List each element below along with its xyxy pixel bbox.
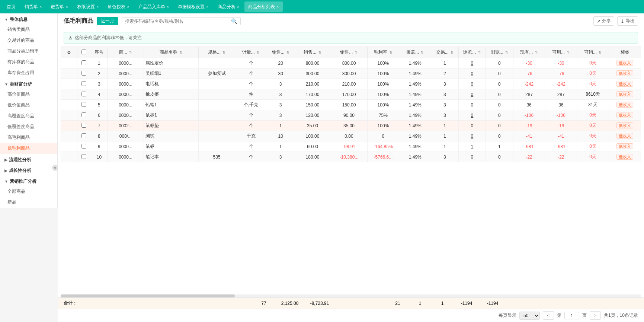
row-checkbox[interactable] — [81, 154, 86, 159]
filter-button[interactable]: 近一月 — [97, 17, 118, 25]
row-checkbox-cell[interactable] — [77, 89, 91, 100]
next-page-button[interactable]: ＞ — [590, 311, 601, 320]
search-input[interactable] — [125, 19, 231, 24]
row-checkbox-cell[interactable] — [77, 152, 91, 162]
export-icon: ⤓ — [621, 19, 624, 24]
col-sales-amount-header[interactable]: 销售... ⇅ — [331, 47, 367, 58]
sidebar-item-sales-goods[interactable]: 销售类商品 — [0, 24, 57, 35]
row-checkbox[interactable] — [81, 123, 86, 128]
sidebar-item-high-value[interactable]: 高价值商品 — [0, 89, 57, 100]
nav-home[interactable]: 首页 — [3, 1, 19, 12]
row-view1[interactable]: 0 — [458, 110, 486, 121]
nav-analysis-list[interactable]: 商品分析列表 × — [244, 1, 282, 12]
sidebar-group-liquidity-title[interactable]: ▶ 流通性分析 — [0, 154, 57, 165]
col-spec-header[interactable]: 规格... ⇅ — [199, 47, 235, 58]
horizontal-scrollbar[interactable] — [61, 294, 641, 297]
row-checkbox-cell[interactable] — [77, 121, 91, 131]
nav-role-close[interactable]: × — [127, 4, 129, 9]
share-button[interactable]: ↗ 分享 — [593, 16, 614, 26]
col-view1-header[interactable]: 浏览... ⇅ — [458, 47, 486, 58]
nav-product-close[interactable]: × — [167, 4, 169, 9]
nav-product[interactable]: 产品品入库单 × — [135, 1, 173, 12]
row-checkbox[interactable] — [81, 92, 86, 96]
sidebar-collapse-button[interactable]: « — [52, 165, 58, 171]
nav-purchase-close[interactable]: × — [65, 4, 68, 9]
row-view1[interactable]: 0 — [458, 152, 486, 162]
row-checkbox-cell[interactable] — [77, 100, 91, 110]
nav-template[interactable]: 单据模板设置 × — [174, 1, 212, 12]
nav-template-close[interactable]: × — [206, 4, 208, 9]
col-view2-header[interactable]: 浏览... ⇅ — [486, 47, 513, 58]
sidebar-item-low-coverage[interactable]: 低覆盖度商品 — [0, 121, 57, 132]
page-size-select[interactable]: 50 100 200 — [519, 312, 540, 320]
col-sales-price-header[interactable]: 销售... ⇅ — [294, 47, 331, 58]
row-checkbox-cell[interactable] — [77, 110, 91, 121]
col-sales-qty-header[interactable]: 销售... ⇅ — [267, 47, 294, 58]
row-checkbox-cell[interactable] — [77, 131, 91, 141]
sidebar-item-category-rate[interactable]: 商品分类助销率 — [0, 46, 57, 57]
col-check[interactable] — [77, 47, 91, 58]
select-all-checkbox[interactable] — [81, 50, 86, 54]
sidebar-item-stock-capital[interactable]: 库存资金占用 — [0, 67, 57, 78]
nav-sales-close[interactable]: × — [39, 4, 42, 9]
sidebar-item-low-margin[interactable]: 低毛利商品 — [0, 143, 57, 154]
sidebar-item-new-goods[interactable]: 新品 — [0, 197, 57, 208]
row-checkbox[interactable] — [81, 102, 86, 107]
sidebar-group-wealth-title[interactable]: ▼ 类财富分析 — [0, 78, 57, 89]
sidebar-item-high-margin[interactable]: 高毛利商品 — [0, 132, 57, 143]
col-gross-header[interactable]: 毛利率 ⇅ — [367, 47, 399, 58]
row-checkbox-cell[interactable] — [77, 68, 91, 79]
search-icon[interactable]: 🔍 — [231, 18, 237, 24]
row-checkbox-cell[interactable] — [77, 79, 91, 89]
col-unit-header[interactable]: 计量... ⇅ — [235, 47, 267, 58]
sidebar-item-high-coverage[interactable]: 高覆盖度商品 — [0, 111, 57, 121]
nav-role[interactable]: 角色授权 × — [104, 1, 133, 12]
row-view1[interactable]: 0 — [458, 79, 486, 89]
row-view1[interactable]: 1 — [458, 141, 486, 152]
row-checkbox[interactable] — [81, 71, 86, 76]
row-view1[interactable]: 0 — [458, 121, 486, 131]
sidebar-item-all-goods[interactable]: 全部商品 — [0, 186, 57, 197]
row-checkbox-cell[interactable] — [77, 141, 91, 152]
row-view1[interactable]: 0 — [458, 68, 486, 79]
col-settings[interactable]: ⚙ — [61, 47, 77, 58]
sidebar-group-overall-title[interactable]: ▼ 整体信息 — [0, 13, 57, 24]
export-button[interactable]: ⤓ 导出 — [617, 16, 638, 26]
sidebar-item-traded-goods[interactable]: 交易过的商品 — [0, 35, 57, 46]
row-view1[interactable]: 0 — [458, 58, 486, 68]
sidebar-group-liquidity: ▶ 流通性分析 — [0, 154, 57, 165]
table-wrapper[interactable]: ⚙ 序号 商... ⇅ 商品名称 ⇅ 规格... ⇅ 计量... ⇅ 销售...… — [58, 47, 644, 294]
col-trade-header[interactable]: 交易... ⇅ — [431, 47, 459, 58]
row-checkbox[interactable] — [81, 81, 86, 86]
sidebar-group-marketing-title[interactable]: ▼ 营销推广分析 — [0, 175, 57, 186]
nav-permission[interactable]: 权限设置 × — [73, 1, 102, 12]
row-checkbox-cell[interactable] — [77, 58, 91, 68]
scroll-thumb[interactable] — [61, 294, 235, 297]
row-checkbox[interactable] — [81, 133, 86, 138]
col-stock-header[interactable]: 现有... ⇅ — [513, 47, 545, 58]
prev-page-button[interactable]: ＜ — [543, 311, 554, 320]
row-checkbox[interactable] — [81, 60, 86, 65]
row-avail: -981 — [545, 141, 577, 152]
row-stock: -76 — [513, 68, 545, 79]
nav-purchase[interactable]: 进货单 × — [47, 1, 71, 12]
col-name-header[interactable]: 商品名称 ⇅ — [144, 47, 199, 58]
page-input[interactable] — [564, 312, 579, 319]
nav-permission-close[interactable]: × — [96, 4, 99, 9]
col-avail-header[interactable]: 可用... ⇅ — [545, 47, 577, 58]
sidebar-item-low-value[interactable]: 低价值商品 — [0, 100, 57, 111]
row-checkbox[interactable] — [81, 112, 86, 117]
nav-analysis[interactable]: 商品分析 × — [214, 1, 243, 12]
row-checkbox[interactable] — [81, 144, 86, 149]
nav-sales[interactable]: 销货单 × — [21, 1, 45, 12]
col-cover-header[interactable]: 覆盖... ⇅ — [399, 47, 431, 58]
row-view1[interactable]: 0 — [458, 89, 486, 100]
col-code-header[interactable]: 商... ⇅ — [107, 47, 144, 58]
nav-analysis-close[interactable]: × — [237, 4, 239, 9]
sidebar-group-growth-title[interactable]: ▶ 成长性分析 — [0, 165, 57, 175]
row-view1[interactable]: 0 — [458, 100, 486, 110]
row-view1[interactable]: 0 — [458, 131, 486, 141]
sidebar-item-instock-goods[interactable]: 有库存的商品 — [0, 57, 57, 67]
col-salable-header[interactable]: 可销... ⇅ — [577, 47, 609, 58]
nav-analysis-list-close[interactable]: × — [276, 4, 279, 9]
